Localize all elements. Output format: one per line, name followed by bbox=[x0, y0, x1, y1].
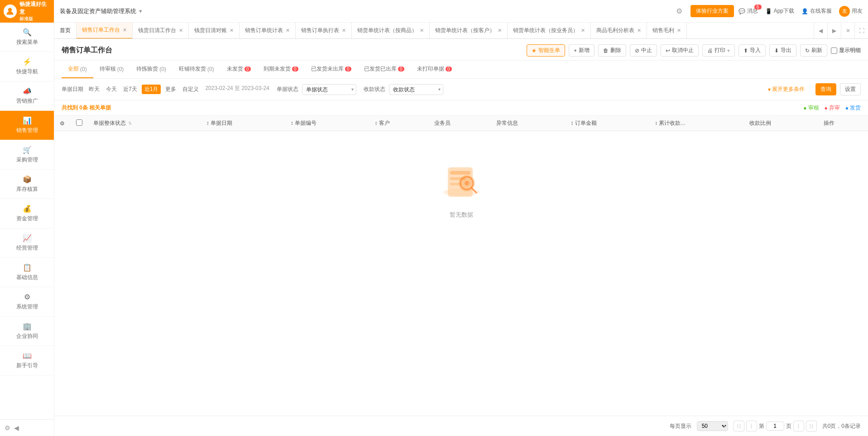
col-customer-header[interactable]: ↕ 客户 bbox=[369, 116, 429, 131]
filter-tab-not-printed[interactable]: 未打印单据0 bbox=[411, 61, 458, 78]
show-detail-checkbox[interactable] bbox=[831, 47, 837, 54]
status-select[interactable]: 单据状态 bbox=[302, 84, 356, 95]
last-page-btn[interactable]: ⟩⟩ bbox=[806, 421, 817, 431]
payment-select[interactable]: 收款状态 bbox=[389, 84, 443, 95]
date-opt-近1月[interactable]: 近1月 bbox=[142, 85, 161, 94]
app-download-btn[interactable]: 📱 App下载 bbox=[765, 7, 794, 15]
tab-product-margin[interactable]: 商品毛利分析表✕ bbox=[591, 23, 647, 39]
next-page-btn[interactable]: ⟩ bbox=[793, 421, 804, 431]
tab-close-cash-reconcile[interactable]: ✕ bbox=[230, 28, 234, 33]
tab-home[interactable]: 首页 bbox=[54, 23, 77, 39]
sidebar-item-basic-info[interactable]: 📋基础信息 bbox=[0, 258, 54, 287]
col-number-header[interactable]: ↕ 单据编号 bbox=[285, 116, 369, 131]
filter-tab-pending-review[interactable]: 待审核(0) bbox=[93, 61, 130, 78]
page-input[interactable] bbox=[766, 422, 784, 431]
date-opt-昨天[interactable]: 昨天 bbox=[87, 85, 101, 94]
tab-close-all[interactable]: ✕ bbox=[841, 23, 854, 39]
sidebar-item-sales[interactable]: 📊销售管理 bbox=[0, 111, 54, 140]
system-dropdown-icon[interactable]: ▾ bbox=[139, 8, 142, 14]
tab-fullscreen[interactable]: ⛶ bbox=[854, 23, 868, 39]
prev-page-btn[interactable]: ⟨ bbox=[746, 421, 757, 431]
filter-tab-delivered-not-out[interactable]: 已发货未出库0 bbox=[305, 61, 358, 78]
tab-close-sales-exec[interactable]: ✕ bbox=[342, 28, 346, 33]
table-scroll-area[interactable]: ⚙ 单据整体状态 ⇅ ↕ 单据日期 ↕ bbox=[54, 116, 868, 416]
date-opt-自定义[interactable]: 自定义 bbox=[181, 85, 201, 94]
tab-cash-reconcile[interactable]: 钱货日清对账✕ bbox=[189, 23, 240, 39]
query-btn[interactable]: 查询 bbox=[815, 83, 836, 95]
col-check-header[interactable] bbox=[71, 116, 88, 131]
filter-tab-all[interactable]: 全部(0) bbox=[62, 61, 93, 78]
sidebar-item-system[interactable]: ⚙系统管理 bbox=[0, 287, 54, 317]
smart-create-btn[interactable]: ★ 智能生单 bbox=[527, 44, 565, 57]
first-page-btn[interactable]: ⟨⟨ bbox=[734, 421, 744, 431]
date-opt-更多[interactable]: 更多 bbox=[163, 85, 178, 94]
tab-sales-summary-product[interactable]: 销货单统计表（按商品）✕ bbox=[352, 23, 430, 39]
date-opt-今天[interactable]: 今天 bbox=[104, 85, 119, 94]
message-btn[interactable]: 💬 消息 6 bbox=[739, 7, 758, 15]
filter-tab-expired-not-delivered[interactable]: 到期未发货0 bbox=[257, 61, 305, 78]
tab-sales-stats[interactable]: 销售订单统计表✕ bbox=[240, 23, 296, 39]
sidebar-item-marketing[interactable]: 📣营销推广 bbox=[0, 81, 54, 111]
approve-btn[interactable]: ● 审核 bbox=[803, 104, 819, 112]
topbar-settings-icon[interactable]: ⚙ bbox=[676, 7, 682, 15]
tab-sales-workbench[interactable]: 销售订单工作台✕ bbox=[77, 23, 133, 39]
user-btn[interactable]: 友 用友 bbox=[839, 6, 863, 17]
sidebar-item-quick-nav[interactable]: ⚡快捷导航 bbox=[0, 52, 54, 81]
settings-filter-btn[interactable]: 设置 bbox=[840, 83, 861, 95]
tab-sales-summary-customer[interactable]: 销货单统计表（按客户）✕ bbox=[430, 23, 508, 39]
col-collected-header[interactable]: ↕ 累计收款... bbox=[649, 116, 744, 131]
filter-tab-delivered-out[interactable]: 已发货已出库0 bbox=[358, 61, 411, 78]
col-status-header[interactable]: 单据整体状态 ⇅ bbox=[88, 116, 201, 131]
tab-close-cash-daily[interactable]: ✕ bbox=[179, 28, 183, 33]
col-date-header[interactable]: ↕ 单据日期 bbox=[201, 116, 285, 131]
tab-scroll-right[interactable]: ▶ bbox=[827, 23, 841, 39]
tab-close-sales-summary-customer[interactable]: ✕ bbox=[498, 28, 502, 33]
tab-close-sales-stats[interactable]: ✕ bbox=[286, 28, 290, 33]
online-service-btn[interactable]: 👤 在线客服 bbox=[801, 7, 832, 15]
filter-tab-pending-check[interactable]: 待拣验货(0) bbox=[130, 61, 173, 78]
col-amount-header[interactable]: ↕ 订单金额 bbox=[565, 116, 649, 131]
empty-state: 暂无数据 bbox=[54, 131, 868, 246]
industry-btn[interactable]: 体验行业方案 bbox=[691, 5, 734, 17]
tab-sales-profit[interactable]: 销售毛利✕ bbox=[647, 23, 687, 39]
select-all-checkbox[interactable] bbox=[76, 119, 82, 126]
expand-conditions-btn[interactable]: ▾ 展开更多条件 bbox=[768, 85, 805, 93]
tab-sales-exec[interactable]: 销售订单执行表✕ bbox=[296, 23, 352, 39]
date-opt-近7天[interactable]: 近7天 bbox=[121, 85, 139, 94]
per-page-select[interactable]: 50 10 20 100 bbox=[697, 421, 728, 431]
stop-btn[interactable]: ⊘ 中止 bbox=[630, 44, 657, 57]
tab-scroll-left[interactable]: ◀ bbox=[814, 23, 827, 39]
sidebar-item-inventory[interactable]: 📦库存核算 bbox=[0, 170, 54, 199]
import-btn[interactable]: ⬆ 导入 bbox=[739, 44, 766, 57]
tab-close-sales-workbench[interactable]: ✕ bbox=[123, 27, 127, 33]
filter-tab-not-delivered[interactable]: 未发货0 bbox=[221, 61, 257, 78]
refresh-btn[interactable]: ↻ 刷新 bbox=[800, 44, 827, 57]
sidebar-item-enterprise[interactable]: 🏢企业协同 bbox=[0, 317, 54, 346]
cancel-stop-btn[interactable]: ↩ 取消中止 bbox=[661, 44, 699, 57]
deliver-btn[interactable]: ● 发货 bbox=[845, 104, 861, 112]
add-btn[interactable]: + 新增 bbox=[569, 44, 595, 57]
show-detail-label[interactable]: 显示明细 bbox=[831, 47, 861, 54]
sidebar-bottom: ⚙ ◀ bbox=[0, 419, 54, 436]
sidebar-item-guide[interactable]: 📖新手引导 bbox=[0, 346, 54, 375]
tab-sales-summary-staff[interactable]: 销货单统计表（按业务员）✕ bbox=[508, 23, 591, 39]
tab-close-sales-summary-staff[interactable]: ✕ bbox=[581, 28, 585, 33]
filter-tab-wangpu-deliver[interactable]: 旺铺待发货(0) bbox=[173, 61, 221, 78]
print-btn[interactable]: 🖨 打印 ▾ bbox=[702, 44, 735, 57]
filter-tab-label: 已发货未出库 bbox=[311, 65, 344, 73]
sidebar-settings-icon[interactable]: ⚙ bbox=[5, 424, 10, 431]
sidebar-item-operations[interactable]: 📈经营管理 bbox=[0, 228, 54, 258]
sidebar-item-purchase[interactable]: 🛒采购管理 bbox=[0, 140, 54, 170]
sidebar-collapse-icon[interactable]: ◀ bbox=[14, 424, 19, 431]
delete-btn[interactable]: 🗑 删除 bbox=[598, 44, 626, 57]
sidebar-item-finance[interactable]: 💰资金管理 bbox=[0, 199, 54, 228]
tab-cash-daily[interactable]: 钱货日清工作台✕ bbox=[133, 23, 189, 39]
col-settings-header[interactable]: ⚙ bbox=[54, 116, 71, 131]
export-btn[interactable]: ⬇ 导出 bbox=[769, 44, 796, 57]
reject-btn[interactable]: ● 弃审 bbox=[825, 104, 840, 112]
tab-close-sales-summary-product[interactable]: ✕ bbox=[420, 28, 424, 33]
sidebar-item-search[interactable]: 🔍搜索菜单 bbox=[0, 23, 54, 52]
tab-close-product-margin[interactable]: ✕ bbox=[637, 28, 641, 33]
page-title: 销售订单工作台 bbox=[62, 46, 112, 55]
tab-close-sales-profit[interactable]: ✕ bbox=[677, 28, 681, 33]
